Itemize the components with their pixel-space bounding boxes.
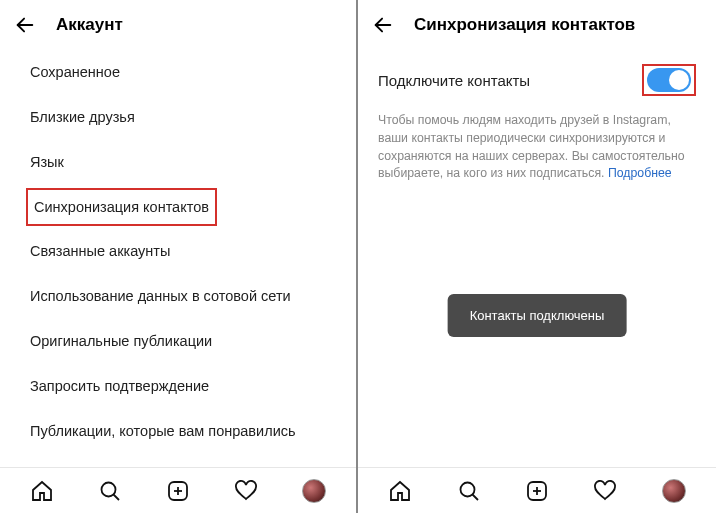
page-title: Аккаунт	[56, 15, 123, 35]
toggle-row: Подключите контакты	[358, 46, 716, 106]
sync-content: Подключите контакты Чтобы помочь людям н…	[358, 46, 716, 467]
toggle-knob	[669, 70, 689, 90]
header: Синхронизация контактов	[358, 0, 716, 46]
search-icon[interactable]	[456, 478, 482, 504]
bottom-nav	[358, 467, 716, 513]
menu-item[interactable]: Связанные аккаунты	[0, 229, 356, 274]
svg-point-7	[460, 482, 474, 496]
menu-content: СохраненноеБлизкие друзьяЯзыкСинхронизац…	[0, 46, 356, 467]
back-arrow-icon[interactable]	[14, 14, 36, 36]
contacts-sync-screen: Синхронизация контактов Подключите конта…	[358, 0, 716, 513]
bottom-nav	[0, 467, 356, 513]
account-screen: Аккаунт СохраненноеБлизкие друзьяЯзыкСин…	[0, 0, 358, 513]
toast-message: Контакты подключены	[448, 294, 627, 337]
svg-line-8	[472, 494, 478, 500]
page-title: Синхронизация контактов	[414, 15, 635, 35]
contacts-toggle[interactable]	[647, 68, 691, 92]
toggle-highlight-box	[642, 64, 696, 96]
back-arrow-icon[interactable]	[372, 14, 394, 36]
toggle-label: Подключите контакты	[378, 72, 530, 89]
add-post-icon[interactable]	[524, 478, 550, 504]
search-icon[interactable]	[97, 478, 123, 504]
home-icon[interactable]	[387, 478, 413, 504]
menu-item[interactable]: Использование данных в сотовой сети	[0, 274, 356, 319]
add-post-icon[interactable]	[165, 478, 191, 504]
menu-item[interactable]: Инструменты работы с брендированным конт…	[0, 454, 356, 467]
menu-item[interactable]: Оригинальные публикации	[0, 319, 356, 364]
header: Аккаунт	[0, 0, 356, 46]
menu-item[interactable]: Близкие друзья	[0, 95, 356, 140]
learn-more-link[interactable]: Подробнее	[608, 166, 672, 180]
menu-item[interactable]: Язык	[0, 140, 356, 185]
menu-item[interactable]: Сохраненное	[0, 50, 356, 95]
menu-item[interactable]: Синхронизация контактов	[26, 188, 217, 227]
svg-point-1	[102, 482, 116, 496]
menu-item[interactable]: Публикации, которые вам понравились	[0, 409, 356, 454]
help-text: Чтобы помочь людям находить друзей в Ins…	[358, 106, 716, 183]
profile-avatar-icon[interactable]	[301, 478, 327, 504]
activity-heart-icon[interactable]	[233, 478, 259, 504]
menu-item[interactable]: Запросить подтверждение	[0, 364, 356, 409]
activity-heart-icon[interactable]	[592, 478, 618, 504]
menu-list: СохраненноеБлизкие друзьяЯзыкСинхронизац…	[0, 46, 356, 467]
profile-avatar-icon[interactable]	[661, 478, 687, 504]
home-icon[interactable]	[29, 478, 55, 504]
svg-line-2	[114, 494, 120, 500]
